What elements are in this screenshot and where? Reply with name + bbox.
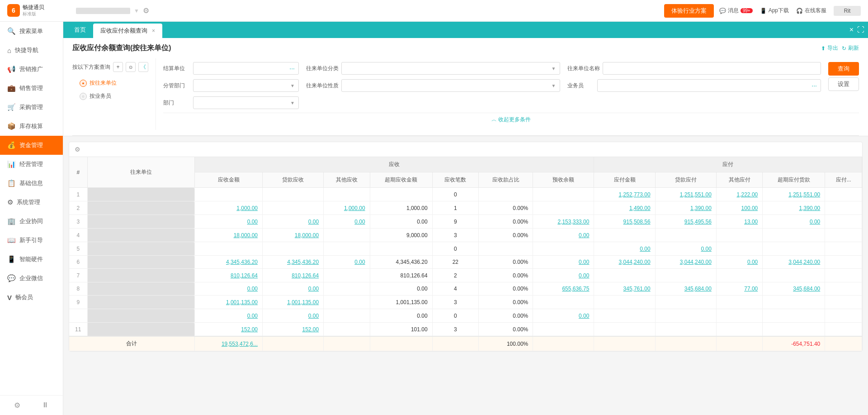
data-cell[interactable]: 4,345,436.20	[263, 256, 324, 269]
sidebar-item-system[interactable]: ⚙ 系统管理	[0, 193, 63, 212]
refresh-btn[interactable]: ↻ 刷新	[842, 44, 859, 52]
data-cell[interactable]: 1,390.00	[763, 201, 825, 215]
data-cell[interactable]	[655, 229, 716, 242]
data-cell[interactable]: 100.00	[716, 201, 762, 215]
salesperson-ellipsis[interactable]: ···	[811, 82, 817, 89]
data-cell[interactable]	[655, 269, 716, 282]
settings-gear-icon[interactable]: ⚙	[143, 6, 149, 15]
data-cell[interactable]: 810,126.64	[263, 269, 324, 282]
data-cell[interactable]: 1,251,551.00	[655, 188, 716, 201]
partner-nature-select[interactable]: ▼	[341, 79, 560, 92]
data-cell[interactable]: 0.00	[194, 215, 262, 229]
message-btn[interactable]: 💬 消息 99+	[719, 7, 753, 14]
data-cell[interactable]	[716, 269, 762, 282]
sidebar-item-enterprise[interactable]: 🏢 企业协同	[0, 212, 63, 231]
data-cell[interactable]	[716, 242, 762, 256]
export-btn[interactable]: ⬆ 导出	[821, 44, 838, 52]
data-cell[interactable]	[324, 296, 370, 309]
data-cell[interactable]: 655,636.75	[533, 282, 594, 296]
edit-scheme-btn[interactable]: ⊙	[126, 62, 136, 72]
data-cell[interactable]	[324, 229, 370, 242]
data-cell[interactable]: 0.00	[263, 309, 324, 323]
data-cell[interactable]: 0.00	[263, 282, 324, 296]
sidebar-item-finance[interactable]: 💰 资金管理	[0, 136, 63, 155]
solution-btn[interactable]: 体验行业方案	[664, 4, 714, 18]
data-cell[interactable]	[763, 309, 825, 323]
data-cell[interactable]	[263, 201, 324, 215]
data-cell[interactable]	[655, 296, 716, 309]
tab-minimize-icon[interactable]: ×	[849, 26, 854, 34]
sidebar-item-purchase[interactable]: 🛒 采购管理	[0, 98, 63, 117]
data-cell[interactable]	[324, 323, 370, 337]
data-cell[interactable]: 1,001,135.00	[263, 296, 324, 309]
data-cell[interactable]: 152.00	[194, 323, 262, 337]
data-cell[interactable]: 0.00	[533, 309, 594, 323]
sidebar-item-nav[interactable]: ⌂ 快捷导航	[0, 41, 63, 60]
data-cell[interactable]: 18,000.00	[194, 229, 262, 242]
data-cell[interactable]: 0.00	[716, 256, 762, 269]
setting-button[interactable]: 设置	[828, 77, 859, 91]
data-cell[interactable]: 0.00	[763, 215, 825, 229]
user-avatar[interactable]: Rit	[834, 6, 861, 16]
tab-maximize-icon[interactable]: ⛶	[857, 26, 864, 34]
more-conditions-btn[interactable]: ︿ 收起更多条件	[163, 113, 859, 126]
data-cell[interactable]	[763, 242, 825, 256]
data-cell[interactable]: 345,684.00	[655, 282, 716, 296]
dept-select[interactable]: ▼	[193, 96, 299, 109]
partner-name-input[interactable]	[603, 62, 821, 75]
sidebar-item-wechat[interactable]: 💬 企业微信	[0, 269, 63, 288]
data-cell[interactable]: 18,000.00	[263, 229, 324, 242]
sidebar-gear-icon[interactable]: ⚙	[14, 401, 20, 410]
sidebar-item-marketing[interactable]: 📢 营销推广	[0, 60, 63, 79]
option-by-partner[interactable]: ● 按往来单位	[72, 76, 148, 90]
data-cell[interactable]: 152.00	[263, 323, 324, 337]
data-cell[interactable]: 1,001,135.00	[194, 296, 262, 309]
data-cell[interactable]	[194, 242, 262, 256]
data-cell[interactable]	[324, 269, 370, 282]
sidebar-item-hardware[interactable]: 📱 智能硬件	[0, 250, 63, 269]
data-cell[interactable]: 0.00	[263, 215, 324, 229]
data-cell[interactable]: 1,251,551.00	[763, 188, 825, 201]
data-cell[interactable]	[763, 269, 825, 282]
sidebar-item-operation[interactable]: 📊 经营管理	[0, 155, 63, 174]
data-cell[interactable]: 915,495.56	[655, 215, 716, 229]
data-cell[interactable]	[594, 269, 655, 282]
data-cell[interactable]	[716, 296, 762, 309]
data-cell[interactable]: 2,153,333.00	[533, 215, 594, 229]
data-cell[interactable]: 0.00	[655, 242, 716, 256]
app-download-btn[interactable]: 📱 App下载	[760, 7, 789, 14]
data-cell[interactable]	[594, 296, 655, 309]
data-cell[interactable]	[263, 188, 324, 201]
data-cell[interactable]: 0.00	[324, 215, 370, 229]
data-cell[interactable]	[324, 282, 370, 296]
data-cell[interactable]: 3,044,240.00	[655, 256, 716, 269]
sidebar-item-sales[interactable]: 💼 销售管理	[0, 79, 63, 98]
data-cell[interactable]: 1,252,773.00	[594, 188, 655, 201]
data-cell[interactable]: 0.00	[324, 256, 370, 269]
data-cell[interactable]	[263, 242, 324, 256]
settlement-ellipsis[interactable]: ···	[289, 65, 295, 72]
data-cell[interactable]	[194, 188, 262, 201]
data-cell[interactable]: 77.00	[716, 282, 762, 296]
managing-dept-select[interactable]: ▼	[193, 79, 299, 92]
data-cell[interactable]: 1,222.00	[716, 188, 762, 201]
data-cell[interactable]: 3,044,240.00	[594, 256, 655, 269]
data-cell[interactable]	[763, 323, 825, 337]
data-cell[interactable]: 4,345,436.20	[194, 256, 262, 269]
query-button[interactable]: 查询	[828, 62, 859, 76]
data-cell[interactable]: 1,000.00	[324, 201, 370, 215]
data-cell[interactable]: 0.00	[533, 269, 594, 282]
tab-receivable-query[interactable]: 应收应付余额查询 ×	[93, 24, 162, 38]
data-cell[interactable]	[594, 309, 655, 323]
data-cell[interactable]: 1,490.00	[594, 201, 655, 215]
collapse-btn[interactable]: 《	[138, 62, 148, 72]
data-cell[interactable]: 1,000.00	[194, 201, 262, 215]
data-cell[interactable]: 810,126.64	[194, 269, 262, 282]
salesperson-select[interactable]: ···	[597, 79, 821, 92]
option-by-salesperson[interactable]: ○ 按业务员	[72, 90, 148, 103]
data-cell[interactable]: 0.00	[594, 242, 655, 256]
data-cell[interactable]	[594, 323, 655, 337]
data-cell[interactable]	[763, 296, 825, 309]
data-cell[interactable]: 0.00	[533, 256, 594, 269]
data-cell[interactable]	[763, 229, 825, 242]
